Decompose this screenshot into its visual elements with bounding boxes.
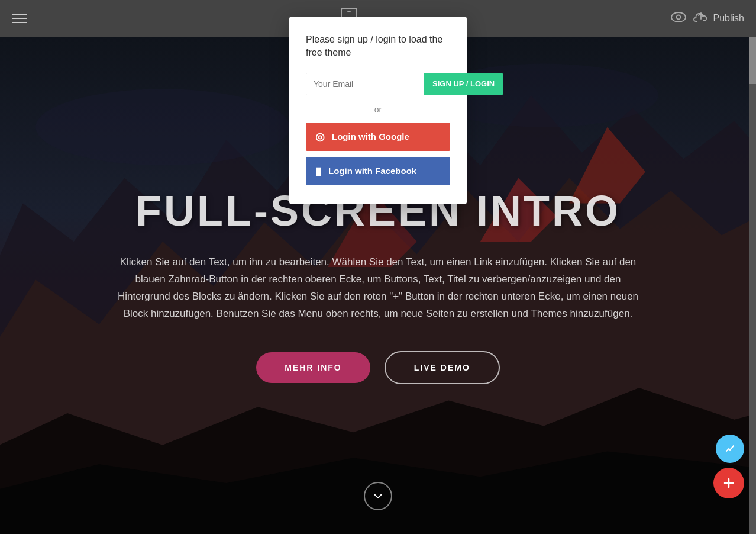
facebook-login-label: Login with Facebook — [328, 166, 416, 176]
modal-title: Please sign up / login to load the free … — [306, 33, 450, 60]
or-divider: or — [306, 105, 450, 114]
email-input[interactable] — [306, 73, 424, 95]
google-login-label: Login with Google — [332, 131, 409, 141]
modal-email-row: SIGN UP / LOGIN — [306, 73, 450, 95]
modal-overlay: Please sign up / login to load the free … — [0, 0, 756, 534]
facebook-icon: ▮ — [315, 165, 321, 178]
google-login-button[interactable]: ◎ Login with Google — [306, 123, 450, 151]
facebook-login-button[interactable]: ▮ Login with Facebook — [306, 157, 450, 185]
google-icon: ◎ — [315, 130, 325, 143]
signup-button[interactable]: SIGN UP / LOGIN — [424, 73, 503, 95]
login-modal: Please sign up / login to load the free … — [289, 17, 467, 204]
